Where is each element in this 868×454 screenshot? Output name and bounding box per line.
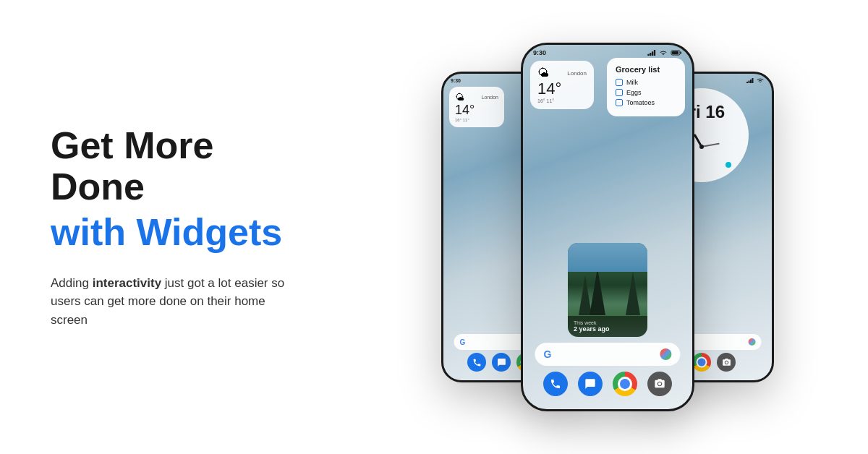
svg-rect-7 (647, 54, 649, 56)
svg-rect-12 (681, 52, 682, 54)
clock-center (699, 145, 704, 149)
svg-rect-10 (654, 50, 655, 56)
battery-icon-center (671, 50, 682, 56)
subtext-bold: interactivity (93, 276, 161, 290)
weather-widget-left: 🌤 London 14° 16° 11° (449, 87, 504, 127)
sky (568, 243, 647, 272)
svg-rect-16 (750, 80, 752, 83)
status-icons-center (647, 50, 682, 56)
weather-widget-center: 🌤 London 14° 16° 11° (530, 61, 594, 109)
tree-1 (579, 275, 592, 315)
signal-icon-right (746, 78, 754, 83)
photo-time: 2 years ago (574, 325, 642, 333)
grocery-item-3: Tomatoes (616, 99, 676, 106)
status-icons-right (746, 77, 765, 83)
status-bar-center: 9:30 (523, 45, 692, 58)
wifi-icon-center (658, 50, 668, 56)
signal-icon-center (647, 50, 656, 56)
weather-temp-left: 14° (455, 103, 498, 118)
grocery-title: Grocery list (616, 65, 676, 74)
grocery-checkbox-2[interactable] (616, 89, 623, 96)
photo-week: This week (574, 320, 642, 325)
svg-rect-17 (752, 78, 754, 83)
messages-app-icon[interactable] (578, 372, 603, 396)
tree-3 (626, 272, 640, 315)
time-left: 9:30 (451, 78, 461, 83)
headline-line1: Get More Done (51, 125, 304, 207)
mic-icon-center (660, 348, 672, 360)
weather-city-center: London (567, 70, 587, 77)
minute-hand (702, 143, 720, 147)
grocery-item-2: Eggs (616, 89, 676, 96)
chrome-app-icon[interactable] (613, 372, 637, 396)
mic-icon-right (748, 338, 755, 346)
weather-range-left: 16° 11° (455, 118, 498, 122)
headline-line2: with Widgets (51, 212, 304, 253)
dock-center (543, 372, 672, 396)
phones-showcase: 9:30 (347, 0, 868, 454)
weather-emoji-center: 🌤 (537, 67, 549, 80)
google-g-left: G (460, 338, 466, 346)
svg-rect-15 (749, 80, 750, 83)
grocery-widget: Grocery list Milk Eggs Tomatoes (607, 58, 685, 116)
phone-app-icon[interactable] (543, 372, 568, 396)
messages-icon-left (492, 353, 511, 372)
weather-range-center: 16° 11° (537, 98, 587, 103)
grocery-text-2: Eggs (626, 89, 642, 96)
phone-icon-left (467, 353, 486, 372)
camera-app-icon[interactable] (647, 372, 672, 396)
search-bar-center[interactable]: G (535, 343, 680, 366)
weather-icon-left: 🌤 (455, 92, 464, 103)
svg-rect-14 (746, 82, 748, 83)
grocery-checkbox-1[interactable] (616, 79, 623, 86)
google-g-center: G (543, 348, 551, 360)
grocery-text-1: Milk (626, 79, 638, 86)
svg-rect-8 (650, 53, 651, 56)
camera-icon-right[interactable] (717, 353, 736, 372)
svg-rect-9 (652, 51, 653, 56)
svg-rect-13 (672, 51, 678, 54)
clock-indicator (726, 162, 731, 168)
weather-city-left: London (482, 95, 498, 100)
subtext: Adding interactivity just got a lot easi… (51, 274, 304, 330)
photo-overlay: This week 2 years ago (568, 316, 647, 337)
photo-widget: This week 2 years ago (568, 243, 647, 337)
grocery-text-3: Tomatoes (626, 99, 655, 106)
grocery-item-1: Milk (616, 79, 676, 86)
photo-bg: This week 2 years ago (568, 243, 647, 337)
time-center: 9:30 (533, 49, 546, 56)
phone-center: 9:30 (521, 43, 694, 411)
tree-2 (590, 268, 605, 315)
chrome-icon-right[interactable] (692, 353, 711, 372)
subtext-part1: Adding (51, 276, 93, 290)
weather-temp-center: 14° (537, 80, 587, 98)
hero-text: Get More Done with Widgets Adding intera… (0, 82, 347, 372)
wifi-icon-right (756, 77, 765, 83)
grocery-checkbox-3[interactable] (616, 99, 623, 106)
